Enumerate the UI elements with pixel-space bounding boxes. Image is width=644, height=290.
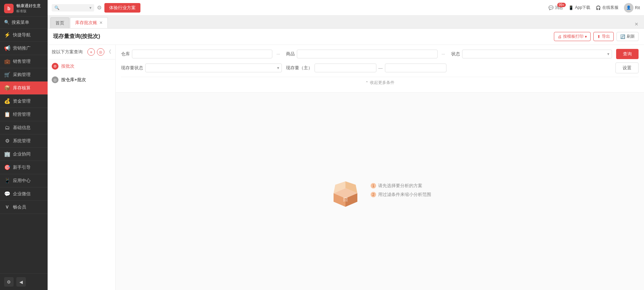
query-button[interactable]: 查询	[616, 49, 639, 59]
sidebar-item-system[interactable]: ⚙ 系统管理	[0, 134, 48, 148]
hint-num-1: 1	[371, 183, 376, 188]
sidebar-item-label: 畅会员	[13, 204, 26, 210]
export-button[interactable]: ⬆ 导出	[593, 32, 614, 41]
collapse-panel-button[interactable]: 《	[106, 49, 111, 55]
warehouse-more-button[interactable]: ···	[274, 50, 282, 58]
sidebar-item-enterprise[interactable]: 🏢 企业协同	[0, 148, 48, 161]
filter-group-stock-qty: 现存量（主） —	[286, 64, 447, 72]
split-layout: 按以下方案查询 + ◎ 《 ⚙ 按批次 ◎ 按仓库+批次	[48, 45, 644, 290]
online-service-label: 在线客服	[602, 5, 618, 11]
purchase-icon: 🛒	[4, 72, 10, 78]
chevron-down-icon: ▾	[585, 34, 587, 39]
stock-qty-label: 现存量（主）	[286, 65, 312, 71]
export-icon: ⬆	[597, 34, 600, 39]
tab-batch-account[interactable]: 库存批次账 ✕	[70, 17, 108, 28]
sidebar-item-operations[interactable]: 📋 经营管理	[0, 108, 48, 121]
empty-state: 囧 1 请先选择要分析的方案 2 用过滤条件来缩小分析范围	[116, 93, 644, 290]
sidebar-item-label: 快捷导航	[13, 32, 31, 38]
stock-status-select[interactable]	[145, 64, 282, 72]
tab-close-icon[interactable]: ✕	[99, 20, 103, 25]
refresh-button[interactable]: 🔄 刷新	[616, 32, 639, 41]
empty-state-content: 囧 1 请先选择要分析的方案 2 用过滤条件来缩小分析范围	[328, 175, 431, 209]
sidebar-item-label: 企业微信	[13, 191, 31, 197]
tab-home[interactable]: 首页	[50, 17, 69, 28]
sidebar-item-label: 企业协同	[13, 151, 31, 157]
sidebar-item-sales[interactable]: 💼 销售管理	[0, 55, 48, 68]
settings-button[interactable]: ⚙	[4, 277, 14, 287]
search-icon: 🔍	[54, 5, 60, 10]
settings-icon[interactable]: ⚙	[97, 4, 102, 11]
basic-info-icon: 🗂	[4, 125, 10, 130]
newcomer-icon: 🎯	[4, 164, 10, 170]
left-panel-actions: + ◎ 《	[87, 48, 111, 56]
filter-range-stock-qty: —	[315, 64, 447, 72]
print-label: 按模板打印	[563, 34, 583, 39]
sidebar-item-purchase[interactable]: 🛒 采购管理	[0, 68, 48, 81]
topbar-search-box[interactable]: 🔍 ▾	[52, 4, 94, 12]
sidebar-nav: ⚡ 快捷导航 📢 营销推广 💼 销售管理 🛒 采购管理 📦 库存核算 💰 资金管…	[0, 29, 48, 273]
tab-batch-account-label: 库存批次账	[75, 20, 97, 26]
right-panel: 仓库 ··· 商品 ··· 状态	[116, 45, 644, 290]
app-download-action[interactable]: 📱 App下载	[569, 5, 590, 11]
search-icon: 🔍	[4, 20, 10, 25]
tab-close-right-icon[interactable]: ✕	[632, 20, 641, 28]
marketing-icon: 📢	[4, 45, 10, 51]
sidebar-item-inventory[interactable]: 📦 库存核算	[0, 81, 48, 95]
avatar: 👤	[624, 3, 633, 13]
enterprise-icon: 🏢	[4, 151, 10, 157]
target-schema-button[interactable]: ◎	[97, 48, 104, 56]
schema-item-by-batch[interactable]: ⚙ 按批次	[48, 59, 115, 73]
page-header: 现存量查询(按批次) 🖨 按模板打印 ▾ ⬆ 导出 🔄 刷新	[48, 29, 644, 45]
product-more-button[interactable]: ···	[440, 50, 447, 58]
sidebar-item-app-center[interactable]: 📱 应用中心	[0, 174, 48, 187]
product-input[interactable]	[297, 50, 437, 58]
collapse-more-button[interactable]: ⌃ 收起更多条件	[121, 77, 639, 88]
online-service-action[interactable]: 🎧 在线客服	[596, 5, 618, 11]
print-button[interactable]: 🖨 按模板打印 ▾	[554, 32, 591, 41]
warehouse-input[interactable]	[132, 50, 272, 58]
collapse-sidebar-button[interactable]: ◀	[16, 277, 26, 287]
add-schema-button[interactable]: +	[87, 48, 95, 56]
message-action[interactable]: 💬 消息 99+	[548, 5, 563, 11]
filter-group-product: 商品 ···	[286, 50, 447, 58]
setting-button[interactable]: 设置	[615, 62, 639, 73]
sidebar-header: b 畅康通好生意 标准版	[0, 0, 48, 17]
vip-icon: V	[4, 205, 10, 210]
left-panel-header: 按以下方案查询 + ◎ 《	[48, 45, 115, 59]
sidebar-search[interactable]: 🔍 搜索菜单	[0, 17, 48, 29]
topbar: 🔍 ▾ ⚙ 体验行业方案 💬 消息 99+ 📱 App下载 🎧 在线客服	[48, 0, 644, 16]
sidebar-item-marketing[interactable]: 📢 营销推广	[0, 42, 48, 55]
schema-label: 按批次	[61, 63, 74, 69]
sidebar-item-newcomer[interactable]: 🎯 新手引导	[0, 161, 48, 174]
sidebar-item-basic-info[interactable]: 🗂 基础信息	[0, 121, 48, 134]
message-icon: 💬	[548, 5, 554, 10]
topbar-search-input[interactable]	[61, 5, 88, 10]
product-label: 商品	[286, 51, 295, 57]
sidebar: b 畅康通好生意 标准版 🔍 搜索菜单 ⚡ 快捷导航 📢 营销推广 💼 销售管理…	[0, 0, 48, 290]
finance-icon: 💰	[4, 98, 10, 104]
stock-qty-max-input[interactable]	[385, 64, 447, 72]
topbar-actions: 💬 消息 99+ 📱 App下载 🎧 在线客服 👤 Rit	[548, 3, 640, 13]
sidebar-item-vip[interactable]: V 畅会员	[0, 201, 48, 214]
warehouse-label: 仓库	[121, 51, 130, 57]
schema-item-by-warehouse-batch[interactable]: ◎ 按仓库+批次	[48, 73, 115, 87]
range-separator: —	[378, 66, 383, 71]
svg-text:囧: 囧	[343, 197, 348, 202]
empty-box-svg: 囧	[328, 175, 362, 209]
sidebar-item-finance[interactable]: 💰 资金管理	[0, 95, 48, 108]
left-panel-title: 按以下方案查询	[52, 49, 83, 55]
stock-qty-min-input[interactable]	[315, 64, 376, 72]
sidebar-item-quick-nav[interactable]: ⚡ 快捷导航	[0, 29, 48, 42]
message-badge: 99+	[557, 3, 566, 7]
headset-icon: 🎧	[596, 5, 601, 10]
left-panel: 按以下方案查询 + ◎ 《 ⚙ 按批次 ◎ 按仓库+批次	[48, 45, 116, 290]
sidebar-item-label: 营销推广	[13, 45, 31, 51]
user-action[interactable]: 👤 Rit	[624, 3, 640, 13]
status-select[interactable]	[462, 50, 612, 58]
empty-text-list: 1 请先选择要分析的方案 2 用过滤条件来缩小分析范围	[371, 183, 431, 200]
refresh-icon: 🔄	[620, 34, 625, 39]
experience-btn[interactable]: 体验行业方案	[104, 3, 140, 13]
sidebar-item-enterprise-wechat[interactable]: 💬 企业微信	[0, 187, 48, 201]
page-content: 现存量查询(按批次) 🖨 按模板打印 ▾ ⬆ 导出 🔄 刷新	[48, 29, 644, 290]
sidebar-item-label: 基础信息	[13, 125, 31, 131]
